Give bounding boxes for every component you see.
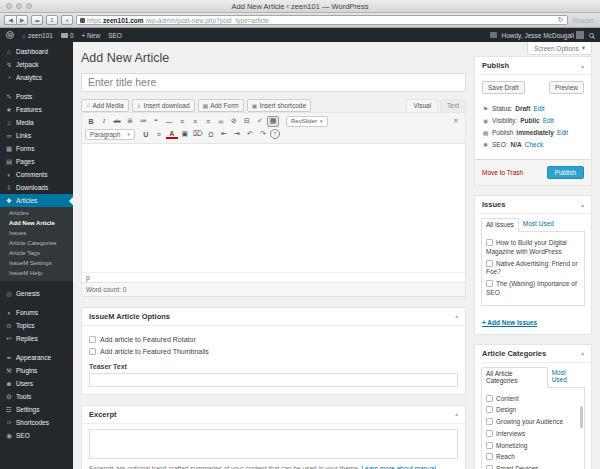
paste-as-text-icon[interactable]: ▣: [179, 129, 191, 140]
reload-icon[interactable]: ↻: [558, 16, 564, 24]
my-account-menu[interactable]: Howdy, Jesse McDougall: [502, 31, 585, 39]
more-tag-icon[interactable]: ⊟: [241, 116, 253, 127]
category-checkbox[interactable]: [486, 418, 493, 425]
italic-icon[interactable]: I: [98, 116, 110, 127]
format-dropdown[interactable]: Paragraph ▾: [85, 129, 135, 140]
proofread-icon[interactable]: ✓: [254, 116, 266, 127]
sidebar-item-users[interactable]: ☻Users: [0, 377, 73, 390]
strikethrough-icon[interactable]: abc: [111, 116, 123, 127]
insert-link-icon[interactable]: ∞: [215, 116, 227, 127]
category-item[interactable]: Interviews: [486, 430, 580, 439]
category-item[interactable]: Monetizing: [486, 442, 580, 451]
toggle-icon[interactable]: ▴: [581, 63, 584, 69]
tab-visual[interactable]: Visual: [406, 99, 438, 112]
submenu-issuem-help[interactable]: IssueM Help: [0, 268, 73, 278]
sidebar-item-forums[interactable]: ◖Forums: [0, 306, 73, 319]
seo-check-link[interactable]: Check: [525, 141, 543, 148]
site-name-menu[interactable]: ⌂ zeen101: [22, 32, 53, 39]
preview-button[interactable]: Preview: [549, 81, 584, 94]
issues-header[interactable]: Issues ▴: [475, 196, 591, 214]
sidebar-item-links[interactable]: ∞Links: [0, 129, 73, 142]
issue-checkbox[interactable]: [486, 239, 493, 246]
scrollbar-thumb[interactable]: [580, 406, 583, 428]
special-character-icon[interactable]: Ω: [205, 129, 217, 140]
forward-button[interactable]: ▶: [16, 15, 28, 25]
edit-status-link[interactable]: Edit: [533, 105, 544, 112]
sidebar-item-media[interactable]: ♫Media: [0, 116, 73, 129]
add-new-issues-link[interactable]: + Add New Issues: [475, 312, 591, 334]
publish-header[interactable]: Publish ▴: [475, 57, 591, 75]
toggle-icon[interactable]: ▴: [455, 313, 458, 319]
justify-icon[interactable]: ≡: [153, 129, 165, 140]
teaser-text-input[interactable]: [89, 373, 458, 387]
category-checkbox[interactable]: [486, 442, 493, 449]
tab-all-article-categories[interactable]: All Article Categories: [481, 367, 548, 388]
sidebar-item-genesis[interactable]: ◎Genesis: [0, 287, 73, 300]
sidebar-item-appearance[interactable]: ✒Appearance: [0, 351, 73, 364]
align-left-icon[interactable]: ≡: [176, 116, 188, 127]
add-form-button[interactable]: ▦Add Form: [198, 99, 244, 112]
sidebar-item-analytics[interactable]: ◔Analytics: [0, 71, 73, 84]
tab-text[interactable]: Text: [440, 99, 466, 112]
underline-icon[interactable]: U: [140, 129, 152, 140]
category-checkbox[interactable]: [486, 453, 493, 460]
submenu-articles[interactable]: Articles: [0, 208, 73, 218]
submenu-article-categories[interactable]: Article Categories: [0, 238, 73, 248]
issue-item[interactable]: How to Build your Digital Magazine with …: [486, 239, 580, 257]
sidebar-item-plugins[interactable]: ⚒Plugins: [0, 364, 73, 377]
text-color-icon[interactable]: A: [166, 129, 178, 139]
sidebar-item-comments[interactable]: ◗Comments: [0, 168, 73, 181]
toolbar-toggle-icon[interactable]: ▦: [267, 116, 279, 127]
sidebar-item-seo[interactable]: ◉SEO: [0, 429, 73, 442]
revslider-button[interactable]: RevSlider ▾: [286, 116, 328, 127]
publish-button[interactable]: Publish: [547, 166, 584, 179]
category-item[interactable]: Reach: [486, 453, 580, 462]
sidebar-item-shortcodes[interactable]: ‹›Shortcodes: [0, 416, 73, 429]
excerpt-textarea[interactable]: [89, 429, 458, 459]
issue-item[interactable]: Native Advertising: Friend or Foe?: [486, 260, 580, 278]
issue-checkbox[interactable]: [486, 260, 493, 267]
submenu-add-new-article[interactable]: Add New Article: [0, 218, 73, 228]
bold-icon[interactable]: B: [85, 116, 97, 127]
bulleted-list-icon[interactable]: ≣: [124, 116, 136, 127]
category-item[interactable]: Growing your Audience: [486, 418, 580, 427]
move-to-trash-link[interactable]: Move to Trash: [482, 169, 523, 176]
toggle-icon[interactable]: ▴: [581, 202, 584, 208]
comments-menu[interactable]: 0: [61, 32, 74, 39]
toggle-icon[interactable]: ▴: [581, 350, 584, 356]
category-checkbox[interactable]: [486, 395, 493, 402]
submenu-issues[interactable]: Issues: [0, 228, 73, 238]
horizontal-rule-icon[interactable]: —: [163, 116, 175, 127]
save-draft-button[interactable]: Save Draft: [482, 81, 525, 94]
align-right-icon[interactable]: ≡: [202, 116, 214, 127]
numbered-list-icon[interactable]: ≔: [137, 116, 149, 127]
window-minimize-button[interactable]: [16, 3, 22, 9]
sidebar-item-dashboard[interactable]: ⌂Dashboard: [0, 45, 73, 58]
fullscreen-icon[interactable]: ✕: [450, 116, 462, 127]
insert-shortcode-button[interactable]: ▣Insert shortcode: [247, 99, 311, 112]
new-content-menu[interactable]: + New: [82, 32, 101, 39]
edit-visibility-link[interactable]: Edit: [543, 117, 554, 124]
align-center-icon[interactable]: ≡: [189, 116, 201, 127]
add-media-button[interactable]: ♫Add Media: [81, 99, 129, 112]
tab-all-issues[interactable]: All Issues: [481, 218, 519, 232]
seo-menu[interactable]: SEO: [108, 32, 122, 39]
search-icon[interactable]: [589, 33, 594, 38]
window-zoom-button[interactable]: [26, 3, 32, 9]
back-button[interactable]: ◀: [4, 15, 16, 25]
issue-checkbox[interactable]: [486, 280, 493, 287]
submenu-article-tags[interactable]: Article Tags: [0, 248, 73, 258]
editor-canvas[interactable]: [82, 144, 465, 272]
post-title-input[interactable]: [81, 73, 466, 92]
sidebar-item-settings[interactable]: ☲Settings: [0, 403, 73, 416]
submenu-issuem-settings[interactable]: IssueM Settings: [0, 258, 73, 268]
sidebar-item-posts[interactable]: ✎Posts: [0, 90, 73, 103]
redo-icon[interactable]: ↷: [257, 129, 269, 140]
sidebar-item-forms[interactable]: ▦Forms: [0, 142, 73, 155]
blockquote-icon[interactable]: “: [150, 116, 162, 127]
excerpt-header[interactable]: Excerpt ▴: [82, 406, 465, 424]
undo-icon[interactable]: ↶: [244, 129, 256, 140]
indent-icon[interactable]: ⇥: [231, 129, 243, 140]
category-checkbox[interactable]: [486, 465, 493, 469]
sidebar-item-features[interactable]: ★Features: [0, 103, 73, 116]
